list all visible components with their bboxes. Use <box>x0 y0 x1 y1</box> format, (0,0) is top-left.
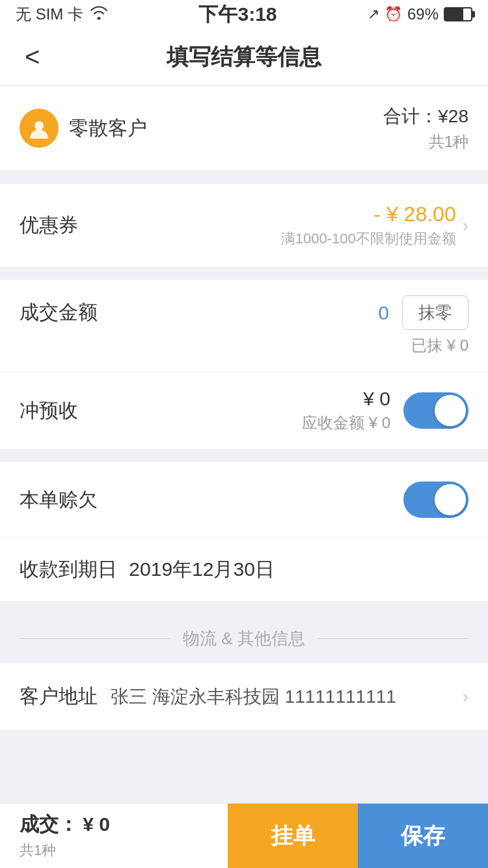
debt-toggle-knob <box>435 484 466 515</box>
divider-line-right <box>318 638 468 639</box>
gap-1 <box>0 170 488 183</box>
round-button[interactable]: 抹零 <box>402 295 468 330</box>
wifi-icon <box>90 5 108 23</box>
debt-section: 本单赊欠 收款到期日 2019年12月30日 <box>0 462 488 601</box>
customer-section: 零散客户 合计：¥28 共1种 <box>0 86 488 170</box>
debt-row: 本单赊欠 <box>0 462 488 537</box>
address-value: 张三 海淀永丰科技园 11111111111 <box>111 685 463 709</box>
duedate-row: 收款到期日 2019年12月30日 <box>0 537 488 601</box>
gap-2 <box>0 267 488 280</box>
prereceive-sub: 应收金额 ¥ 0 <box>302 413 390 433</box>
chevron-right-icon: › <box>463 215 468 236</box>
logistics-label: 物流 & 其他信息 <box>183 627 305 650</box>
deal-section: 成交金额 0 抹零 已抹 ¥ 0 冲预收 ¥ 0 应收金额 ¥ 0 <box>0 280 488 449</box>
status-time: 下午3:18 <box>198 1 277 28</box>
deal-value: 0 <box>378 302 389 324</box>
bottom-deal-value: ¥ 0 <box>83 813 110 835</box>
status-right: ↗ ⏰ 69% <box>368 5 472 23</box>
battery-percent: 69% <box>407 5 439 23</box>
prereceive-row: 冲预收 ¥ 0 应收金额 ¥ 0 <box>0 372 488 449</box>
deal-amount-label: 成交金额 <box>20 299 98 326</box>
logistics-divider: 物流 & 其他信息 <box>0 614 488 663</box>
bottom-deal-label: 成交： <box>20 813 78 835</box>
address-chevron-icon: › <box>463 686 468 707</box>
duedate-value: 2019年12月30日 <box>129 558 274 580</box>
prereceive-label: 冲预收 <box>20 398 78 424</box>
location-icon: ↗ <box>368 6 379 23</box>
back-button[interactable]: < <box>18 36 46 78</box>
bottom-deal-row: 成交： ¥ 0 <box>20 811 208 838</box>
customer-left: 零散客户 <box>20 109 147 148</box>
address-label: 客户地址 <box>20 683 98 710</box>
coupon-desc: 满1000-100不限制使用金额 <box>281 229 456 249</box>
prereceive-values: ¥ 0 应收金额 ¥ 0 <box>302 388 390 433</box>
battery-icon <box>444 7 472 21</box>
prereceive-toggle[interactable] <box>403 392 468 429</box>
coupon-label: 优惠券 <box>20 212 78 239</box>
total-count: 共1种 <box>383 131 468 152</box>
prereceive-right: ¥ 0 应收金额 ¥ 0 <box>302 388 468 433</box>
address-row[interactable]: 客户地址 张三 海淀永丰科技园 11111111111 › <box>0 663 488 729</box>
gap-3 <box>0 449 488 462</box>
coupon-row[interactable]: 优惠券 - ¥ 28.00 满1000-100不限制使用金额 › <box>0 183 488 267</box>
duedate-label: 收款到期日 <box>20 558 117 580</box>
bottom-bar: 成交： ¥ 0 共1种 挂单 保存 <box>0 803 488 868</box>
sim-label: 无 SIM 卡 <box>16 4 83 25</box>
toggle-knob <box>435 395 466 426</box>
customer-row: 零散客户 合计：¥28 共1种 <box>0 86 488 170</box>
total-amount: 合计：¥28 <box>383 104 468 129</box>
bottom-summary: 成交： ¥ 0 共1种 <box>0 804 228 868</box>
alarm-icon: ⏰ <box>385 6 402 23</box>
deal-row-main: 成交金额 0 抹零 <box>20 295 468 330</box>
bottom-count: 共1种 <box>20 841 208 860</box>
divider-line-left <box>20 638 170 639</box>
avatar <box>20 109 59 148</box>
coupon-right: - ¥ 28.00 满1000-100不限制使用金额 › <box>281 202 468 249</box>
debt-toggle[interactable] <box>403 481 468 518</box>
nav-bar: < 填写结算等信息 <box>0 29 488 86</box>
page-title: 填写结算等信息 <box>167 42 321 72</box>
prereceive-amount: ¥ 0 <box>302 388 390 410</box>
deal-right: 0 抹零 <box>378 295 468 330</box>
status-bar: 无 SIM 卡 下午3:18 ↗ ⏰ 69% <box>0 0 488 29</box>
status-left: 无 SIM 卡 <box>16 4 108 25</box>
deal-amount-row: 成交金额 0 抹零 已抹 ¥ 0 <box>0 280 488 372</box>
deal-sub-text: 已抹 ¥ 0 <box>20 335 468 356</box>
debt-label: 本单赊欠 <box>20 487 98 513</box>
gap-4 <box>0 601 488 614</box>
customer-name: 零散客户 <box>69 115 147 142</box>
hang-single-button[interactable]: 挂单 <box>228 804 358 868</box>
save-button[interactable]: 保存 <box>358 804 488 868</box>
customer-total: 合计：¥28 共1种 <box>383 104 468 152</box>
coupon-amount: - ¥ 28.00 <box>281 202 456 226</box>
address-section[interactable]: 客户地址 张三 海淀永丰科技园 11111111111 › <box>0 663 488 729</box>
svg-point-0 <box>34 121 44 130</box>
coupon-section[interactable]: 优惠券 - ¥ 28.00 满1000-100不限制使用金额 › <box>0 183 488 267</box>
